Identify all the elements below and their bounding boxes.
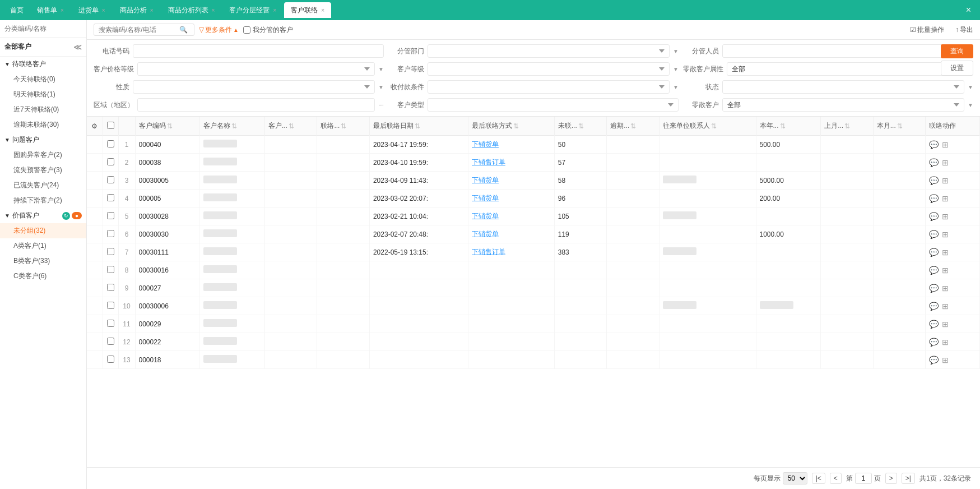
row-checkbox[interactable] bbox=[107, 212, 114, 219]
collapse-sidebar-icon[interactable]: ≪ bbox=[73, 43, 82, 52]
last-month-col-header[interactable]: 上月...⇅ bbox=[821, 117, 874, 136]
region-dots[interactable]: ··· bbox=[378, 101, 384, 109]
dept-expand-icon[interactable]: ▼ bbox=[673, 48, 679, 54]
chat-icon[interactable]: 💬 bbox=[929, 284, 939, 293]
row-last-method[interactable]: 下销货单 bbox=[468, 225, 555, 243]
close-customer-segment-tab[interactable]: × bbox=[273, 7, 276, 13]
sidebar-item-churn-risk[interactable]: 流失预警客户(3) bbox=[0, 163, 86, 178]
sidebar-item-today[interactable]: 今天待联络(0) bbox=[0, 72, 86, 87]
this-month-col-header[interactable]: 本月...⇅ bbox=[873, 117, 926, 136]
row-last-method[interactable] bbox=[468, 261, 555, 279]
chat-icon[interactable]: 💬 bbox=[929, 320, 939, 329]
contact-method-link[interactable]: 下销货单 bbox=[472, 176, 499, 184]
sidebar-item-group-c[interactable]: C类客户(6) bbox=[0, 269, 86, 284]
sidebar-item-lost[interactable]: 已流失客户(24) bbox=[0, 178, 86, 193]
close-analysis-list-tab[interactable]: × bbox=[212, 7, 215, 13]
chat-icon[interactable]: 💬 bbox=[929, 212, 939, 221]
chat-icon[interactable]: 💬 bbox=[929, 356, 939, 365]
grid-icon[interactable]: ⊞ bbox=[942, 194, 949, 203]
phone-input[interactable] bbox=[133, 44, 384, 58]
row-checkbox[interactable] bbox=[107, 284, 114, 291]
chat-icon[interactable]: 💬 bbox=[929, 176, 939, 185]
contact-method-link[interactable]: 下销货单 bbox=[472, 212, 499, 220]
name-col-header[interactable]: 客户名称⇅ bbox=[200, 117, 265, 136]
status-select[interactable] bbox=[722, 80, 964, 94]
grid-icon[interactable]: ⊞ bbox=[942, 302, 949, 311]
grid-icon[interactable]: ⊞ bbox=[942, 212, 949, 221]
overdue-col-header[interactable]: 逾期...⇅ bbox=[607, 117, 659, 136]
row-checkbox[interactable] bbox=[107, 302, 114, 309]
tab-analysis[interactable]: 商品分析 × bbox=[113, 2, 160, 18]
row-checkbox[interactable] bbox=[107, 266, 114, 273]
grid-icon[interactable]: ⊞ bbox=[942, 248, 949, 257]
region-input[interactable] bbox=[137, 98, 375, 112]
contact-method-link[interactable]: 下销货单 bbox=[472, 194, 499, 202]
page-input[interactable] bbox=[855, 473, 872, 484]
row-last-method[interactable]: 下销货单 bbox=[468, 190, 555, 207]
row-checkbox[interactable] bbox=[107, 158, 114, 165]
reset-btn[interactable]: 设置 bbox=[941, 61, 973, 76]
search-input[interactable] bbox=[99, 26, 177, 34]
gender-select[interactable] bbox=[133, 80, 375, 94]
sidebar-item-tomorrow[interactable]: 明天待联络(1) bbox=[0, 87, 86, 102]
pending-customers-group[interactable]: ▼ 待联络客户 bbox=[0, 57, 86, 72]
sidebar-item-declining[interactable]: 持续下滑客户(2) bbox=[0, 193, 86, 208]
tab-customer-contact[interactable]: 客户联络 × bbox=[284, 2, 331, 18]
contact-method-link[interactable]: 下销售订单 bbox=[472, 248, 505, 256]
home-tab[interactable]: 首页 bbox=[4, 6, 29, 15]
tab-sales[interactable]: 销售单 × bbox=[30, 2, 71, 18]
close-customer-contact-tab[interactable]: × bbox=[321, 7, 324, 13]
chat-icon[interactable]: 💬 bbox=[929, 302, 939, 311]
row-last-method[interactable]: 下销货单 bbox=[468, 136, 555, 154]
dept-select[interactable] bbox=[428, 44, 670, 58]
row-last-method[interactable] bbox=[468, 297, 555, 315]
per-page-select[interactable]: 50 bbox=[783, 472, 807, 485]
this-year-col-header[interactable]: 本年...⇅ bbox=[756, 117, 821, 136]
my-customers-input[interactable] bbox=[243, 26, 250, 34]
contact-person-col-header[interactable]: 往来单位联系人⇅ bbox=[659, 117, 756, 136]
row-checkbox[interactable] bbox=[107, 230, 114, 237]
all-customers-section[interactable]: 全部客户 ≪ bbox=[0, 38, 86, 57]
row-last-method[interactable]: 下销售订单 bbox=[468, 243, 555, 261]
customer-level-select[interactable] bbox=[428, 62, 670, 76]
payment-select[interactable] bbox=[428, 80, 670, 94]
sidebar-item-group-b[interactable]: B类客户(33) bbox=[0, 253, 86, 269]
row-checkbox[interactable] bbox=[107, 320, 114, 327]
contact-method-link[interactable]: 下销售订单 bbox=[472, 158, 505, 166]
settings-col-header[interactable]: ⚙ bbox=[87, 117, 103, 136]
customer-type-col-header[interactable]: 客户...⇅ bbox=[264, 117, 317, 136]
prev-page-btn[interactable]: < bbox=[830, 473, 842, 484]
select-all-checkbox[interactable] bbox=[107, 122, 114, 129]
filter-more-btn[interactable]: ▽ 更多条件 ▲ bbox=[199, 25, 239, 35]
person-input[interactable] bbox=[722, 44, 964, 58]
grid-icon[interactable]: ⊞ bbox=[942, 320, 949, 329]
grid-icon[interactable]: ⊞ bbox=[942, 158, 949, 167]
last-method-col-header[interactable]: 最后联络方式⇅ bbox=[468, 117, 555, 136]
row-last-method[interactable] bbox=[468, 333, 555, 351]
grid-icon[interactable]: ⊞ bbox=[942, 356, 949, 365]
customer-type-select[interactable] bbox=[428, 98, 679, 112]
code-col-header[interactable]: 客户编码⇅ bbox=[135, 117, 200, 136]
contact-method-link[interactable]: 下销货单 bbox=[472, 230, 499, 238]
last-date-col-header[interactable]: 最后联络日期⇅ bbox=[369, 117, 468, 136]
row-checkbox[interactable] bbox=[107, 338, 114, 345]
close-analysis-tab[interactable]: × bbox=[150, 7, 154, 13]
settings-gear-icon[interactable]: ⚙ bbox=[91, 122, 97, 130]
grid-icon[interactable]: ⊞ bbox=[942, 284, 949, 293]
retail-customer-select[interactable]: 全部 bbox=[722, 98, 964, 112]
tab-purchase[interactable]: 进货单 × bbox=[72, 2, 112, 18]
grid-icon[interactable]: ⊞ bbox=[942, 176, 949, 185]
contact-col-header[interactable]: 联络...⇅ bbox=[317, 117, 370, 136]
row-last-method[interactable] bbox=[468, 315, 555, 333]
sidebar-item-overdue[interactable]: 逾期未联络(30) bbox=[0, 117, 86, 132]
close-sales-tab[interactable]: × bbox=[61, 7, 64, 13]
search-icon[interactable]: 🔍 bbox=[179, 26, 188, 34]
row-last-method[interactable] bbox=[468, 351, 555, 369]
row-last-method[interactable] bbox=[468, 279, 555, 297]
close-purchase-tab[interactable]: × bbox=[102, 7, 105, 13]
last-page-btn[interactable]: >| bbox=[902, 473, 915, 484]
chat-icon[interactable]: 💬 bbox=[929, 266, 939, 275]
row-last-method[interactable]: 下销售订单 bbox=[468, 154, 555, 172]
chat-icon[interactable]: 💬 bbox=[929, 158, 939, 167]
close-all-btn[interactable]: × bbox=[962, 5, 976, 15]
